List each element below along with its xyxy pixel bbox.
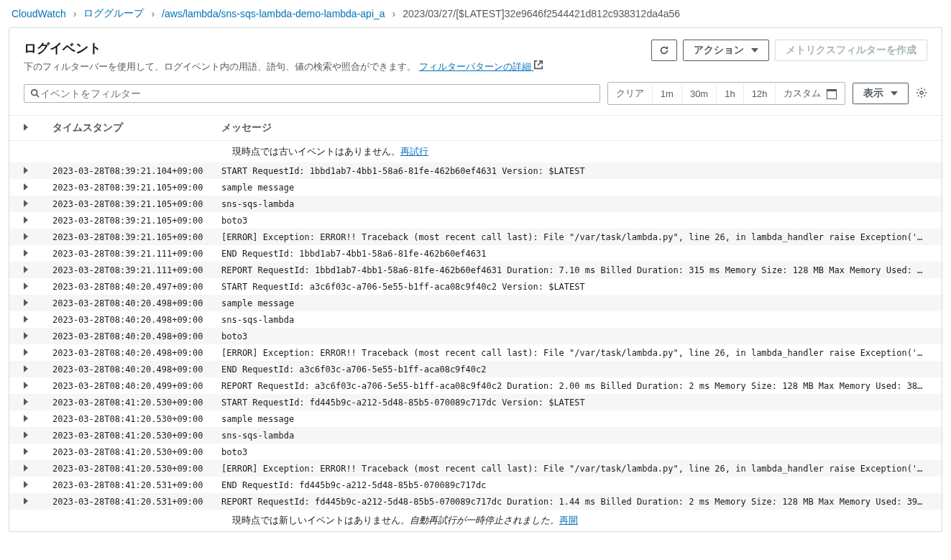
expand-toggle[interactable] bbox=[24, 380, 52, 391]
log-timestamp: 2023-03-28T08:40:20.499+09:00 bbox=[52, 381, 221, 391]
log-message: boto3 bbox=[221, 216, 927, 226]
expand-toggle[interactable] bbox=[24, 496, 52, 507]
log-table: タイムスタンプ メッセージ 現時点では古いイベントはありません。 再試行 202… bbox=[9, 115, 942, 531]
log-row[interactable]: 2023-03-28T08:41:20.530+09:00sample mess… bbox=[9, 410, 942, 427]
log-row[interactable]: 2023-03-28T08:41:20.531+09:00REPORT Requ… bbox=[9, 493, 942, 510]
log-row[interactable]: 2023-03-28T08:41:20.530+09:00boto3 bbox=[9, 444, 942, 460]
log-message: REPORT RequestId: fd445b9c-a212-5d48-85b… bbox=[221, 497, 927, 507]
expand-toggle[interactable] bbox=[24, 430, 52, 441]
range-custom[interactable]: カスタム bbox=[776, 83, 845, 104]
expand-all-toggle[interactable] bbox=[24, 121, 52, 134]
log-row[interactable]: 2023-03-28T08:39:21.105+09:00sample mess… bbox=[9, 179, 942, 196]
breadcrumb-item[interactable]: /aws/lambda/sns-sqs-lambda-demo-lambda-a… bbox=[162, 8, 385, 19]
log-row[interactable]: 2023-03-28T08:40:20.498+09:00[ERROR] Exc… bbox=[9, 344, 942, 361]
expand-toggle[interactable] bbox=[24, 248, 52, 259]
expand-toggle[interactable] bbox=[24, 314, 52, 325]
subtitle-text: 下のフィルターバーを使用して、ログイベント内の用語、語句、値の検索や照合ができま… bbox=[24, 61, 419, 72]
expand-toggle[interactable] bbox=[24, 198, 52, 209]
log-message: sample message bbox=[221, 183, 927, 193]
log-timestamp: 2023-03-28T08:40:20.498+09:00 bbox=[52, 298, 221, 308]
log-message: [ERROR] Exception: ERROR!! Traceback (mo… bbox=[221, 464, 927, 474]
caret-down-icon bbox=[751, 48, 758, 52]
no-newer-events-row: 現時点では新しいイベントはありません。 自動再試行が一時停止されました。 再開 bbox=[9, 510, 942, 531]
resume-link[interactable]: 再開 bbox=[559, 514, 578, 527]
log-row[interactable]: 2023-03-28T08:40:20.499+09:00REPORT Requ… bbox=[9, 377, 942, 394]
expand-toggle[interactable] bbox=[24, 364, 52, 375]
log-row[interactable]: 2023-03-28T08:40:20.498+09:00sns-sqs-lam… bbox=[9, 311, 942, 328]
display-button[interactable]: 表示 bbox=[853, 83, 909, 104]
log-row[interactable]: 2023-03-28T08:39:21.105+09:00boto3 bbox=[9, 212, 942, 229]
filter-events-input[interactable] bbox=[40, 88, 594, 99]
breadcrumb-separator: › bbox=[151, 8, 155, 19]
log-row[interactable]: 2023-03-28T08:40:20.497+09:00START Reque… bbox=[9, 278, 942, 295]
expand-toggle[interactable] bbox=[24, 413, 52, 424]
range-12h[interactable]: 12h bbox=[744, 83, 776, 104]
clear-button[interactable]: クリア bbox=[608, 83, 653, 104]
log-timestamp: 2023-03-28T08:39:21.105+09:00 bbox=[52, 232, 221, 242]
expand-toggle[interactable] bbox=[24, 397, 52, 408]
toolbar: クリア 1m 30m 1h 12h カスタム 表示 bbox=[9, 82, 942, 115]
range-1m[interactable]: 1m bbox=[653, 83, 682, 104]
gear-icon bbox=[916, 87, 927, 98]
refresh-button[interactable] bbox=[651, 40, 677, 61]
breadcrumb-item[interactable]: ロググループ bbox=[83, 7, 144, 20]
log-timestamp: 2023-03-28T08:40:20.498+09:00 bbox=[52, 331, 221, 341]
log-row[interactable]: 2023-03-28T08:40:20.498+09:00sample mess… bbox=[9, 295, 942, 311]
expand-toggle[interactable] bbox=[24, 165, 52, 176]
log-row[interactable]: 2023-03-28T08:41:20.530+09:00START Reque… bbox=[9, 394, 942, 410]
log-timestamp: 2023-03-28T08:41:20.530+09:00 bbox=[52, 464, 221, 474]
col-message[interactable]: メッセージ bbox=[221, 121, 927, 134]
log-timestamp: 2023-03-28T08:41:20.531+09:00 bbox=[52, 480, 221, 490]
search-icon bbox=[30, 88, 40, 98]
page-title: ログイベント bbox=[24, 40, 543, 57]
expand-toggle[interactable] bbox=[24, 298, 52, 308]
expand-toggle[interactable] bbox=[24, 331, 52, 341]
log-row[interactable]: 2023-03-28T08:39:21.111+09:00END Request… bbox=[9, 245, 942, 262]
expand-toggle[interactable] bbox=[24, 281, 52, 292]
no-older-events-row: 現時点では古いイベントはありません。 再試行 bbox=[9, 141, 942, 162]
log-message: [ERROR] Exception: ERROR!! Traceback (mo… bbox=[221, 348, 927, 358]
range-30m[interactable]: 30m bbox=[682, 83, 717, 104]
log-timestamp: 2023-03-28T08:39:21.105+09:00 bbox=[52, 183, 221, 193]
actions-button[interactable]: アクション bbox=[683, 40, 769, 61]
filter-pattern-help-link[interactable]: フィルターパターンの詳細 bbox=[419, 61, 544, 72]
log-row[interactable]: 2023-03-28T08:39:21.105+09:00[ERROR] Exc… bbox=[9, 229, 942, 245]
expand-toggle[interactable] bbox=[24, 347, 52, 358]
log-timestamp: 2023-03-28T08:39:21.104+09:00 bbox=[52, 166, 221, 176]
log-row[interactable]: 2023-03-28T08:41:20.531+09:00END Request… bbox=[9, 477, 942, 493]
retry-older-link[interactable]: 再試行 bbox=[400, 145, 428, 158]
caret-down-icon bbox=[891, 91, 898, 96]
log-message: sns-sqs-lambda bbox=[221, 431, 927, 441]
expand-toggle[interactable] bbox=[24, 479, 52, 490]
breadcrumb-separator: › bbox=[392, 8, 396, 19]
expand-toggle[interactable] bbox=[24, 182, 52, 193]
page-subtitle: 下のフィルターバーを使用して、ログイベント内の用語、語句、値の検索や照合ができま… bbox=[24, 60, 543, 73]
log-message: END RequestId: fd445b9c-a212-5d48-85b5-0… bbox=[221, 480, 927, 490]
log-row[interactable]: 2023-03-28T08:39:21.111+09:00REPORT Requ… bbox=[9, 262, 942, 278]
log-row[interactable]: 2023-03-28T08:39:21.105+09:00sns-sqs-lam… bbox=[9, 196, 942, 212]
log-timestamp: 2023-03-28T08:41:20.530+09:00 bbox=[52, 431, 221, 441]
expand-toggle[interactable] bbox=[24, 446, 52, 457]
log-row[interactable]: 2023-03-28T08:41:20.530+09:00[ERROR] Exc… bbox=[9, 460, 942, 477]
log-row[interactable]: 2023-03-28T08:40:20.498+09:00END Request… bbox=[9, 361, 942, 377]
breadcrumb-item: 2023/03/27/[$LATEST]32e9646f2544421d812c… bbox=[403, 8, 680, 19]
log-message: START RequestId: 1bbd1ab7-4bb1-58a6-81fe… bbox=[221, 166, 927, 176]
breadcrumb-item[interactable]: CloudWatch bbox=[12, 8, 66, 19]
col-timestamp[interactable]: タイムスタンプ bbox=[52, 121, 221, 134]
log-row[interactable]: 2023-03-28T08:39:21.104+09:00START Reque… bbox=[9, 162, 942, 179]
log-timestamp: 2023-03-28T08:41:20.530+09:00 bbox=[52, 414, 221, 424]
expand-toggle[interactable] bbox=[24, 463, 52, 474]
log-events-panel: ログイベント 下のフィルターバーを使用して、ログイベント内の用語、語句、値の検索… bbox=[9, 27, 942, 532]
refresh-icon bbox=[659, 45, 669, 55]
settings-button[interactable] bbox=[916, 87, 927, 101]
log-message: END RequestId: 1bbd1ab7-4bb1-58a6-81fe-4… bbox=[221, 249, 927, 259]
expand-toggle[interactable] bbox=[24, 231, 52, 242]
create-metric-filter-button[interactable]: メトリクスフィルターを作成 bbox=[775, 40, 927, 61]
log-row[interactable]: 2023-03-28T08:41:20.530+09:00sns-sqs-lam… bbox=[9, 427, 942, 444]
log-row[interactable]: 2023-03-28T08:40:20.498+09:00boto3 bbox=[9, 328, 942, 344]
range-1h[interactable]: 1h bbox=[717, 83, 743, 104]
log-timestamp: 2023-03-28T08:40:20.497+09:00 bbox=[52, 282, 221, 292]
expand-toggle[interactable] bbox=[24, 265, 52, 275]
log-message: START RequestId: a3c6f03c-a706-5e55-b1ff… bbox=[221, 282, 927, 292]
expand-toggle[interactable] bbox=[24, 215, 52, 226]
